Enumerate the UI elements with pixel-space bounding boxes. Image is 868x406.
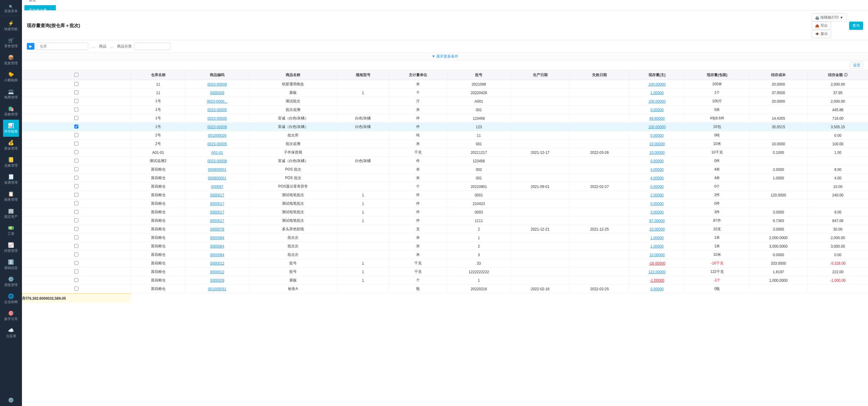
row-15-col-9[interactable]: 3.00000	[629, 208, 685, 216]
row-checkbox-23[interactable]	[74, 278, 79, 282]
action-btn-1[interactable]: 📤导出	[812, 22, 831, 30]
row-22-col-9[interactable]: 122.00000	[629, 268, 685, 276]
row-check-16[interactable]	[22, 216, 131, 225]
row-15-col-2[interactable]: 0000017	[185, 208, 249, 216]
qty-main-21[interactable]: -16.00000	[649, 261, 665, 266]
qty-main-14[interactable]: 0.00000	[650, 202, 663, 206]
row-check-3[interactable]	[22, 106, 131, 114]
sidebar-item-6[interactable]: 💰资金管理	[3, 137, 19, 154]
row-4-col-9[interactable]: 49.60000	[629, 114, 685, 123]
row-check-15[interactable]	[22, 208, 131, 216]
row-checkbox-12[interactable]	[74, 184, 79, 188]
code-link-18[interactable]: 0000084	[210, 236, 224, 240]
sidebar-search[interactable]: 🔍 搜索菜单	[0, 2, 22, 16]
table-wrapper[interactable]: 仓库名称商品编码商品名称规格型号主计量单位批号生产日期失效日期现存量(主)现存量…	[22, 70, 868, 406]
code-link-23[interactable]: 0000029	[210, 278, 224, 283]
code-link-14[interactable]: 0000017	[210, 202, 224, 206]
code-link-11[interactable]: 000900001	[208, 176, 226, 180]
row-4-col-2[interactable]: 0023-00005	[185, 114, 249, 123]
row-22-col-2[interactable]: 0000012	[185, 268, 249, 276]
row-5-col-9[interactable]: 100.00000	[629, 123, 685, 131]
row-7-col-9[interactable]: 10.00000	[629, 140, 685, 148]
row-check-18[interactable]	[22, 234, 131, 242]
row-17-col-9[interactable]: 10.00000	[629, 225, 685, 234]
action-btn-2[interactable]: 👁️展示	[812, 30, 831, 38]
row-checkbox-13[interactable]	[74, 193, 79, 197]
code-link-4[interactable]: 0023-00005	[207, 116, 227, 121]
row-9-col-9[interactable]: 0.00000	[629, 157, 685, 165]
row-checkbox-8[interactable]	[74, 150, 79, 154]
row-20-col-2[interactable]: 0000084	[185, 251, 249, 259]
code-link-8[interactable]: A01-01	[211, 150, 223, 155]
row-2-col-9[interactable]: 100.00000	[629, 97, 685, 106]
sidebar-item-7[interactable]: 📒总账管理	[3, 154, 19, 171]
tab-0[interactable]: 首页	[24, 0, 56, 5]
row-check-21[interactable]	[22, 259, 131, 268]
row-checkbox-18[interactable]	[74, 235, 79, 239]
row-16-col-9[interactable]: 87.00000	[629, 216, 685, 225]
code-link-3[interactable]: 0023-00005	[207, 108, 227, 112]
code-link-13[interactable]: 0000017	[210, 193, 224, 197]
qty-main-8[interactable]: 10.00000	[649, 150, 664, 155]
sidebar-item-17[interactable]: ☁️云应用	[3, 325, 19, 341]
qty-main-3[interactable]: 0.00000	[650, 108, 663, 112]
row-12-col-2[interactable]: 000097	[185, 182, 249, 191]
row-16-col-2[interactable]: 0000017	[185, 216, 249, 225]
row-11-col-2[interactable]: 000900001	[185, 174, 249, 182]
expand-conditions-row[interactable]: ▼ 展开更多条件	[22, 53, 868, 61]
row-5-col-2[interactable]: 0023-00008	[185, 123, 249, 131]
qty-main-15[interactable]: 3.00000	[650, 210, 663, 214]
select-all-checkbox[interactable]	[74, 73, 79, 77]
row-0-col-9[interactable]: 100.00000	[629, 80, 685, 89]
row-checkbox-15[interactable]	[74, 210, 79, 214]
row-13-col-2[interactable]: 0000017	[185, 191, 249, 200]
row-6-col-2[interactable]: 001000026	[185, 131, 249, 140]
sidebar-item-2[interactable]: 🐤小鹅电商	[3, 69, 19, 86]
qty-main-18[interactable]: 1.00000	[650, 236, 663, 240]
row-1-col-2[interactable]: 0000029	[185, 89, 249, 97]
row-24-col-2[interactable]: 001000031	[185, 285, 249, 293]
code-link-5[interactable]: 0023-00008	[207, 125, 227, 129]
row-check-9[interactable]	[22, 157, 131, 165]
qty-main-20[interactable]: 10.00000	[649, 253, 664, 257]
row-21-col-9[interactable]: -16.00000	[629, 259, 685, 268]
qty-main-19[interactable]: 1.00000	[650, 244, 663, 248]
code-link-24[interactable]: 001000031	[208, 287, 226, 291]
row-check-7[interactable]	[22, 140, 131, 148]
row-checkbox-0[interactable]	[74, 82, 79, 86]
row-check-20[interactable]	[22, 251, 131, 259]
qty-main-12[interactable]: 0.00000	[650, 184, 663, 189]
row-check-12[interactable]	[22, 182, 131, 191]
qty-main-2[interactable]: 100.00000	[649, 99, 666, 104]
filter-expand-button[interactable]: ▶	[27, 43, 34, 49]
row-7-col-2[interactable]: 0023-00005	[185, 140, 249, 148]
sidebar-item-3[interactable]: 💻电商管理	[3, 86, 19, 103]
row-check-0[interactable]	[22, 80, 131, 89]
qty-main-6[interactable]: 0.00000	[650, 133, 663, 138]
row-check-17[interactable]	[22, 225, 131, 234]
row-checkbox-14[interactable]	[74, 201, 79, 205]
row-checkbox-20[interactable]	[74, 252, 79, 257]
code-link-17[interactable]: 0000078	[210, 227, 224, 232]
row-17-col-2[interactable]: 0000078	[185, 225, 249, 234]
row-checkbox-16[interactable]	[74, 218, 79, 222]
row-6-col-9[interactable]: 0.00000	[629, 131, 685, 140]
code-link-21[interactable]: 0000012	[210, 261, 224, 266]
row-checkbox-2[interactable]	[74, 99, 79, 103]
code-link-7[interactable]: 0023-00005	[207, 142, 227, 146]
row-3-col-9[interactable]: 0.00000	[629, 106, 685, 114]
sidebar-item-15[interactable]: 🌐企业协网	[3, 290, 19, 307]
row-18-col-2[interactable]: 0000084	[185, 234, 249, 242]
code-link-22[interactable]: 0000012	[210, 270, 224, 274]
row-checkbox-6[interactable]	[74, 133, 79, 137]
sidebar-item-10[interactable]: 🏢固定资产	[3, 205, 19, 222]
qty-main-23[interactable]: -1.00000	[650, 278, 664, 283]
sidebar-item-13[interactable]: ℹ️基础信息	[3, 256, 19, 273]
code-link-12[interactable]: 000097	[211, 184, 223, 189]
row-check-22[interactable]	[22, 268, 131, 276]
row-9-col-2[interactable]: 0023-00008	[185, 157, 249, 165]
code-link-1[interactable]: 0000029	[210, 91, 224, 95]
warehouse-input[interactable]	[37, 43, 88, 50]
sidebar-item-1[interactable]: 📦批发管理	[3, 52, 19, 69]
qty-main-4[interactable]: 49.60000	[649, 116, 664, 121]
